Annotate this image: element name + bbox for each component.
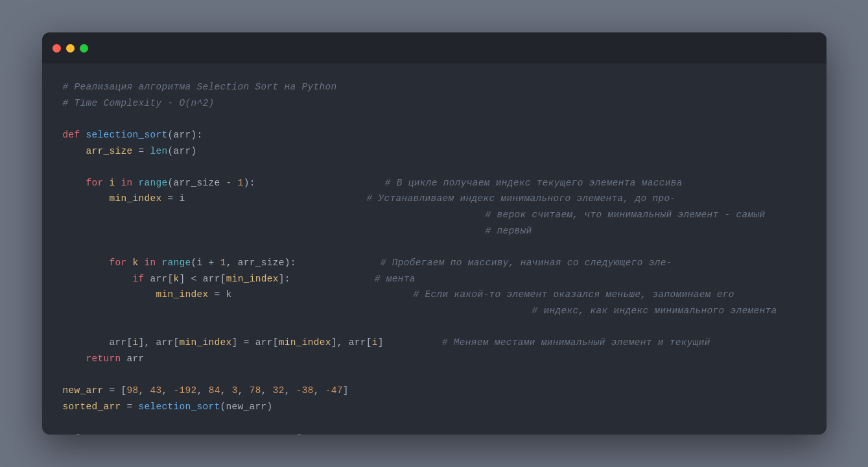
code-line: def selection_sort(arr): (63, 127, 806, 143)
code-line: # индекс, как индекс минимального элемен… (63, 303, 806, 319)
code-line: arr_size = len(arr) (63, 143, 806, 160)
keyword-def: def (63, 127, 86, 143)
dot-red[interactable] (53, 44, 61, 53)
code-area: # Реализация алгоритма Selection Sort на… (42, 64, 827, 435)
code-line: # Реализация алгоритма Selection Sort на… (63, 79, 806, 95)
dot-yellow[interactable] (66, 44, 75, 53)
dot-green[interactable] (80, 44, 88, 53)
code-line: new_arr = [98, 43, -192, 84, 3, 78, 32, … (63, 383, 806, 399)
code-line: sorted_arr = selection_sort(new_arr) (63, 399, 806, 415)
result-comment: # [-192, -47, -38, 3, 32, 43, 78, 84, 98… (63, 431, 302, 435)
code-window: # Реализация алгоритма Selection Sort на… (42, 32, 827, 435)
code-line: # первый (63, 223, 806, 239)
code-line: # [-192, -47, -38, 3, 32, 43, 78, 84, 98… (63, 431, 806, 435)
code-line: # верок считаем, что минимальный элемент… (63, 207, 806, 223)
code-line: arr[i], arr[min_index] = arr[min_index],… (63, 335, 806, 351)
func-name: selection_sort (86, 127, 168, 143)
code-line: # Time Complexity - O(n^2) (63, 95, 806, 112)
code-line: min_index = i # Устанавливаем индекс мин… (63, 191, 806, 207)
comment-text: # Реализация алгоритма Selection Sort на… (63, 79, 337, 95)
comment-text: # Time Complexity - O(n^2) (63, 95, 215, 112)
code-line: return arr (63, 351, 806, 367)
code-line: for i in range(arr_size - 1): # В цикле … (63, 175, 806, 191)
code-line: min_index = k # Если какой-то элемент ок… (63, 287, 806, 303)
titlebar (42, 32, 827, 64)
code-line: if arr[k] < arr[min_index]: # мента (63, 271, 806, 287)
code-line: for k in range(i + 1, arr_size): # Пробе… (63, 255, 806, 271)
